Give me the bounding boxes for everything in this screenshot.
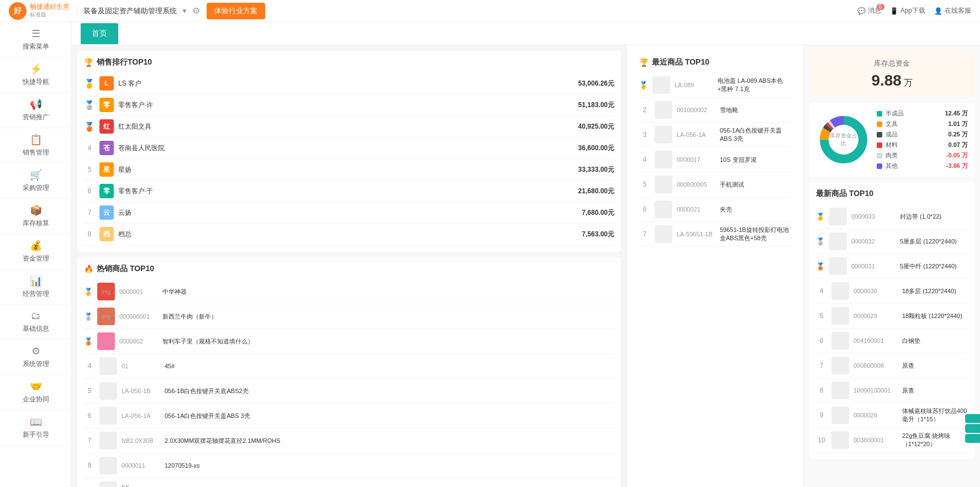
recent-icon: 🏆 [639, 58, 649, 67]
sidebar-item-inventory[interactable]: 📦 库存核算 [0, 199, 71, 234]
sidebar-item-nav[interactable]: ⚡ 快捷导航 [0, 57, 71, 93]
system-icon: ⚙ [31, 345, 40, 357]
rank-medal: 🥈 [84, 313, 93, 321]
rank-name: 红太阳文具 [118, 122, 574, 131]
sidebar-item-system[interactable]: ⚙ 系统管理 [0, 340, 71, 375]
rank-name: 档总 [118, 230, 577, 239]
rank-medal: 🥇 [816, 213, 825, 221]
purchase-icon: 🛒 [30, 169, 42, 181]
product-img [831, 332, 849, 350]
try-btn[interactable]: 体验行业方案 [207, 3, 265, 19]
app-download-label: App下载 [900, 6, 925, 15]
inventory-amount: 9.88 [871, 72, 902, 89]
system-name: 装备及固定资产辅助管理系统 [83, 6, 177, 16]
product-name: 电池盖 LA-089 ABS本色+黑种 7.1克 [718, 77, 791, 93]
product-code: 0000011 [122, 462, 160, 469]
product-code: 0000029 [853, 313, 898, 319]
customer-service-btn[interactable]: 客服热线 [965, 414, 980, 423]
product-name: 原查 [902, 387, 968, 395]
product-code: 0000021 [677, 206, 715, 213]
nav-icon: ⚡ [30, 63, 42, 75]
finance-icon: 💰 [30, 240, 42, 252]
sidebar-item-finance[interactable]: 💰 资金管理 [0, 234, 71, 269]
product-code: 10000100001 [853, 387, 898, 394]
legend-dot [877, 163, 882, 169]
logo-icon: 好 [9, 2, 27, 20]
inventory-amount-group: 9.88 万 [817, 72, 967, 89]
sidebar-item-purchase[interactable]: 🛒 采购管理 [0, 163, 71, 199]
product-img [655, 176, 672, 193]
product-img [655, 200, 672, 218]
product-img [99, 432, 117, 449]
product-name: 封边带 (1.0*22) [900, 213, 968, 221]
online-service-btn[interactable]: 👤 在线客服 [934, 6, 971, 15]
product-name: 体械嘉枝味苏打饮品400毫升（1*15） [902, 407, 968, 424]
product-name: 18颗粒板 (1220*2440) [902, 312, 968, 320]
avatar: 苍 [99, 141, 114, 155]
legend-val: 1.01 万 [949, 120, 968, 128]
sidebar-item-basic[interactable]: 🗂 基础信息 [0, 305, 71, 340]
rank-medal: 🥇 [84, 288, 93, 296]
topbar-system: 装备及固定资产辅助管理系统 ▼ ⚙ [83, 6, 200, 16]
logo-text: 畅捷通好生意 [30, 3, 70, 10]
table-row: 🥈 零 零售客户·许 51,183.00元 [84, 94, 614, 116]
app-download-btn[interactable]: 📱 App下载 [890, 6, 925, 15]
sidebar-item-operations-label: 经营管理 [23, 289, 49, 299]
product-name: 新西兰牛肉（新牛） [162, 313, 614, 321]
product-img [831, 357, 849, 374]
list-item: 🥈 img 000500001 新西兰牛肉（新牛） [84, 304, 614, 329]
tab-home[interactable]: 首页 [81, 23, 118, 44]
inventory-subtitle: 库存资金占比 [830, 132, 857, 147]
sidebar-item-search[interactable]: ☰ 搜索菜单 [0, 22, 71, 57]
product-code: 003800001 [853, 437, 898, 443]
live-btn[interactable]: 直播 [965, 434, 980, 443]
list-item: 9 KK-SD22110H 花语萌恒温分罐罐袋（厚款） [84, 478, 614, 487]
product-name: 雪地靴 [720, 106, 791, 114]
sidebar-item-operations[interactable]: 📊 经营管理 [0, 269, 71, 305]
medal-icon: 🥉 [84, 121, 95, 132]
recent-products-panel: 🏆 最近商品 TOP10 🥇 LA-089 电池盖 LA-089 ABS本色+黑… [626, 45, 803, 487]
product-code: LA-089 [675, 82, 713, 88]
sidebar-item-marketing[interactable]: 📢 营销推广 [0, 93, 71, 128]
logo-sub: 标准版 [30, 11, 70, 19]
product-img [655, 126, 672, 144]
product-img: img [97, 283, 115, 300]
messages-btn[interactable]: 💬 消息 6 [857, 6, 881, 15]
right-panel: 库存总资金 9.88 万 [803, 45, 980, 487]
newest-products-list: 🥇 0000033 封边带 (1.0*22) 🥈 0000032 5厘多层 (1… [816, 204, 968, 453]
message-icon: 💬 [857, 7, 866, 15]
product-img [99, 357, 117, 375]
sidebar-item-inventory-label: 库存核算 [23, 219, 49, 228]
list-item: 🥉 img 0000002 智利车子里（规格不知道填什么） [84, 329, 614, 354]
table-row: 🥇 L LS 客户 53,006.26元 [84, 73, 614, 94]
rank-name: LS 客户 [118, 79, 574, 88]
avatar: 零 [99, 98, 114, 112]
guide-icon: 📖 [30, 416, 42, 428]
sidebar-item-sales-label: 销售管理 [23, 148, 49, 157]
product-name: 45# [165, 363, 614, 369]
newest-products-title: 最新商品 TOP10 [816, 189, 968, 199]
product-code: 0000031 [851, 263, 895, 269]
system-gear-btn[interactable]: ⚙ [192, 6, 200, 16]
sidebar-item-marketing-label: 营销推广 [23, 113, 49, 122]
rank-medal: 🥇 [639, 81, 648, 89]
product-code: LA-59651-1B [677, 231, 715, 237]
list-item: 5 LA-056-1B 056-1B白色按键开关底ABS2壳 [84, 379, 614, 404]
sidebar-item-sales[interactable]: 📋 销售管理 [0, 128, 71, 163]
community-btn[interactable]: 服务社区 [965, 424, 980, 433]
product-img [652, 76, 670, 94]
product-name: 18多层 (1220*2440) [902, 287, 968, 295]
avatar: L [99, 76, 114, 91]
system-chevron-btn[interactable]: ▼ [181, 7, 188, 15]
legend-item-material: 材料 0.07 万 [877, 141, 968, 149]
sidebar-item-guide[interactable]: 📖 新手引导 [0, 410, 71, 446]
rank-amount: 33,333.00元 [578, 165, 614, 174]
legend-item-semifinished: 半成品 12.45 万 [877, 109, 968, 118]
product-code: 0000017 [677, 156, 715, 163]
product-code: 004100001 [853, 337, 898, 344]
list-item: 🥇 LA-089 电池盖 LA-089 ABS本色+黑种 7.1克 [639, 73, 791, 98]
enterprise-icon: 🤝 [30, 380, 42, 393]
sidebar-item-enterprise[interactable]: 🤝 企业协同 [0, 375, 71, 410]
hot-products-list: 🥇 img 0000001 中华神器 🥈 img 000500001 新西兰牛肉… [84, 279, 614, 487]
inventory-title: 库存总资金 [817, 59, 967, 68]
